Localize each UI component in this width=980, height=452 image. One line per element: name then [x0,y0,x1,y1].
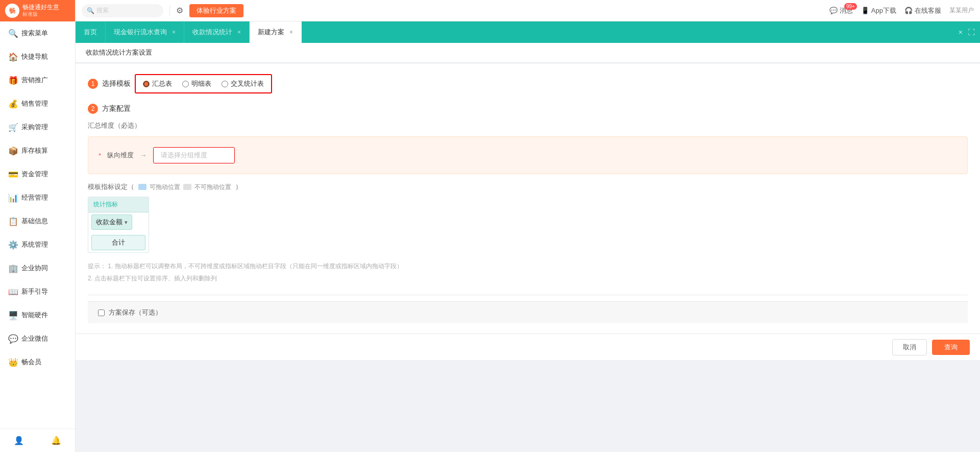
radio-summary[interactable]: 汇总表 [143,79,172,88]
sidebar-item-purchase[interactable]: 🛒 采购管理 [0,115,75,139]
sidebar-item-quick-nav[interactable]: 🏠 快捷导航 [0,45,75,68]
metric-tag-arrow: ▾ [125,219,128,226]
query-button[interactable]: 查询 [932,340,970,355]
sidebar-item-operation[interactable]: 📊 经营管理 [0,186,75,209]
tab-close-all-btn[interactable]: × [959,28,963,36]
tab-collection-stat[interactable]: 收款情况统计 × [184,21,250,43]
metrics-stat-header: 统计指标 [88,197,149,212]
can-drag-box [138,184,146,190]
capital-icon: 💳 [8,170,17,179]
tabs-bar: 首页 现金银行流水查询 × 收款情况统计 × 新建方案 × × ⛶ [76,21,980,43]
sidebar-item-search-menu[interactable]: 🔍 搜索菜单 [0,21,75,45]
wechat-icon: 💬 [8,334,17,344]
search-menu-icon: 🔍 [8,29,17,38]
step1-title: 选择模板 [102,79,131,88]
tab-new-plan[interactable]: 新建方案 × [250,21,302,43]
message-badge: 99+ [844,3,857,10]
step1-num: 1 [88,79,98,89]
form-area: 1 选择模板 汇总表 明细表 [76,64,980,334]
sidebar-item-wechat[interactable]: 💬 企业微信 [0,327,75,350]
sidebar-bottom-icon2[interactable]: 🔔 [51,436,61,445]
metrics-table: 统计指标 收款金额 ▾ 合计 [88,197,149,253]
sidebar-item-guide[interactable]: 📖 新手引导 [0,280,75,303]
settings-button[interactable]: ⚙ [176,6,183,15]
radio-detail[interactable]: 明细表 [182,79,211,88]
tab-new-plan-close[interactable]: × [289,29,293,35]
operation-icon: 📊 [8,193,17,203]
metrics-sub-area: 合计 [88,232,149,252]
dim-arrow: → [140,151,147,159]
metrics-tag-area: 收款金额 ▾ [88,212,149,232]
tab-maximize-btn[interactable]: ⛶ [968,28,975,36]
header-right-area: 💬 99+ 消息 📱 App下载 🎧 在线客服 某某用户 [829,6,974,15]
save-checkbox[interactable] [98,310,105,316]
header-search-box[interactable]: 🔍 搜索 [82,4,163,17]
sidebar-item-member[interactable]: 👑 畅会员 [0,350,75,374]
save-area: 方案保存（可选） [88,301,968,323]
radio-detail-input[interactable] [182,81,189,87]
metric-sub-total[interactable]: 合计 [91,235,145,250]
save-label: 方案保存（可选） [109,308,162,317]
sidebar-item-inventory[interactable]: 📦 库存核算 [0,139,75,162]
tabs-right-buttons: × ⛶ [953,21,980,43]
sidebar-item-enterprise[interactable]: 🏢 企业协同 [0,256,75,280]
step1-header: 1 选择模板 汇总表 明细表 [88,74,968,93]
cancel-button[interactable]: 取消 [892,339,927,355]
dimension-row: * 纵向维度 → 请选择分组维度 [99,147,957,163]
radio-summary-input[interactable] [143,81,150,87]
sidebar-item-system[interactable]: ⚙️ 系统管理 [0,233,75,256]
service-area[interactable]: 🎧 在线客服 [904,6,941,15]
message-icon: 💬 [829,7,838,14]
tab-bank-flow[interactable]: 现金银行流水查询 × [106,21,184,43]
dimension-section-title: 汇总维度（必选） [88,121,968,130]
hardware-icon: 🖥️ [8,311,17,320]
basic-info-icon: 📋 [8,217,17,226]
trial-button[interactable]: 体验行业方案 [189,4,243,17]
logo-text: 畅捷通好生意 标准版 [22,4,59,18]
sidebar-bottom: 👤 🔔 [0,429,75,452]
message-icon-area[interactable]: 💬 99+ 消息 [829,6,853,15]
quick-nav-icon: 🏠 [8,52,17,62]
sidebar-item-hardware[interactable]: 🖥️ 智能硬件 [0,303,75,327]
purchase-icon: 🛒 [8,123,17,132]
tip2: 2. 点击标题栏下拉可设置排序、插入列和删除列 [88,272,968,284]
radio-cross-input[interactable] [222,81,228,87]
guide-icon: 📖 [8,287,17,297]
sidebar-item-basic-info[interactable]: 📋 基础信息 [0,209,75,233]
inventory-icon: 📦 [8,146,17,156]
step2-num: 2 [88,104,98,114]
user-name: 某某用户 [949,6,974,15]
sidebar-bottom-icon1[interactable]: 👤 [14,436,24,445]
template-radio-group: 汇总表 明细表 交叉统计表 [135,74,272,93]
metrics-header: 模板指标设定（ 可拖动位置 不可拖动位置 ） [88,182,968,192]
vertical-dim-label: 纵向维度 [107,151,134,160]
sidebar-item-marketing[interactable]: 🎁 营销推广 [0,68,75,92]
headset-icon: 🎧 [904,7,913,14]
marketing-icon: 🎁 [8,76,17,85]
dim-select-box[interactable]: 请选择分组维度 [153,147,235,163]
page-title-bar: 收款情况统计方案设置 [76,43,980,63]
step1-section: 1 选择模板 汇总表 明细表 [88,74,968,93]
cannot-drag-box [183,184,191,190]
sidebar-item-capital[interactable]: 💳 资金管理 [0,162,75,186]
sidebar: 畅 畅捷通好生意 标准版 🔍 搜索菜单 🏠 快捷导航 🎁 营销推广 💰 销售管理… [0,0,76,452]
download-icon: 📱 [861,7,869,14]
dimension-area: * 纵向维度 → 请选择分组维度 [88,136,968,174]
sidebar-item-sales[interactable]: 💰 销售管理 [0,92,75,115]
member-icon: 👑 [8,358,17,367]
step2-header: 2 方案配置 [88,104,968,114]
required-star: * [99,152,101,159]
page-title: 收款情况统计方案设置 [86,49,152,56]
logo-icon: 畅 [5,4,19,18]
tip1: 提示： 1. 拖动标题栏可以调整布局，不可跨维度或指标区域拖动栏目字段（只能在同… [88,260,968,272]
radio-cross[interactable]: 交叉统计表 [222,79,264,88]
step2-section: 2 方案配置 汇总维度（必选） * 纵向维度 → 请选择分组维度 [88,104,968,284]
tab-bank-flow-close[interactable]: × [172,29,176,35]
metric-tag-amount[interactable]: 收款金额 ▾ [91,215,132,230]
tab-home[interactable]: 首页 [76,21,106,43]
tab-collection-stat-close[interactable]: × [237,29,241,35]
step2-title: 方案配置 [102,104,131,113]
download-area[interactable]: 📱 App下载 [861,6,896,15]
drag-legend: 可拖动位置 不可拖动位置 [138,183,231,192]
header-divider1 [169,6,170,16]
